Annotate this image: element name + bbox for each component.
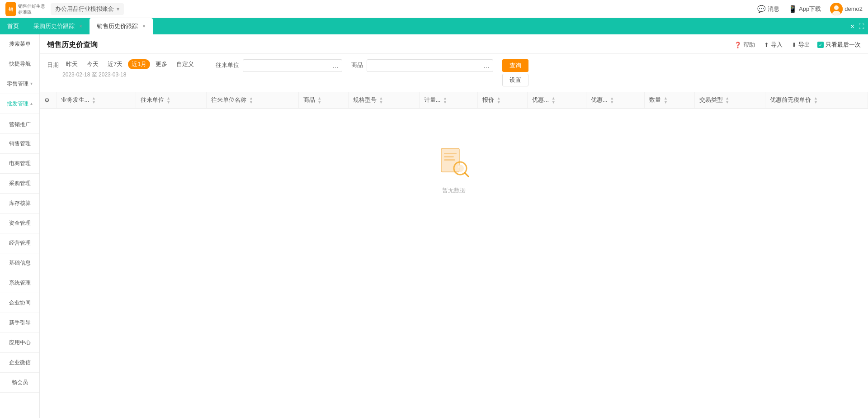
sort-partner-code-icon: ▲▼: [166, 96, 170, 104]
th-qty[interactable]: 数量 ▲▼: [645, 92, 694, 108]
tab-sales-label: 销售历史价跟踪: [97, 22, 138, 30]
app-download-icon: 📱: [788, 5, 797, 13]
query-button[interactable]: 查询: [502, 59, 528, 72]
top-bar: 销 销售佳好生意 标准版 办公用品行业模拟账套 ▾ 💬 消息 📱 App下载: [0, 0, 868, 18]
sidebar-item-vip[interactable]: 畅会员: [0, 373, 39, 393]
chevron-down-icon: ▾: [117, 6, 119, 12]
maximize-icon[interactable]: ⛶: [859, 23, 864, 30]
sort-discount2-icon: ▲▼: [610, 96, 614, 104]
th-gear[interactable]: ⚙: [40, 92, 56, 108]
goods-input[interactable]: ...: [367, 59, 493, 72]
date-tab-custom[interactable]: 自定义: [173, 59, 198, 69]
tab-home[interactable]: 首页: [0, 18, 26, 34]
date-filter-label: 日期: [47, 59, 59, 69]
user-profile[interactable]: demo2: [830, 3, 863, 15]
date-range-text: 2023-02-18 至 2023-03-18: [62, 71, 198, 79]
import-icon: ⬆: [764, 42, 769, 48]
sidebar-item-wholesale[interactable]: 批发管理 ▴: [0, 94, 39, 114]
export-button[interactable]: ⬇ 导出: [790, 40, 812, 50]
help-button[interactable]: ❓ 帮助: [732, 40, 757, 50]
goods-filter-group: 商品 ...: [351, 59, 493, 72]
top-right: 💬 消息 📱 App下载 demo2: [757, 3, 863, 15]
page-container: 销售历史价查询 ❓ 帮助 ⬆ 导入 ⬇ 导出 ✓: [40, 34, 868, 418]
sidebar-item-system[interactable]: 系统管理: [0, 273, 39, 293]
tab-sales-close-icon[interactable]: ×: [142, 23, 146, 29]
page-header: 销售历史价查询 ❓ 帮助 ⬆ 导入 ⬇ 导出 ✓: [40, 34, 868, 54]
tab-purchase-history[interactable]: 采购历史价跟踪 ×: [26, 18, 90, 34]
sidebar-item-wechat[interactable]: 企业微信: [0, 353, 39, 373]
th-discount1[interactable]: 优惠... ▲▼: [528, 92, 586, 108]
tab-home-label: 首页: [7, 22, 19, 30]
sidebar-item-retail[interactable]: 零售管理 ▾: [0, 74, 39, 94]
sidebar-item-app-center[interactable]: 应用中心: [0, 333, 39, 353]
data-table: ⚙ 业务发生... ▲▼ 往来单位 ▲▼ 往来单位名称: [40, 92, 868, 109]
settings-button[interactable]: 设置: [502, 74, 528, 86]
main-layout: 搜索菜单 快捷导航 零售管理 ▾ 批发管理 ▴ 营销推广 销售管理 电商管理 采: [0, 34, 868, 418]
date-filter-group: 日期 昨天 今天 近7天 近1月 更多 自定义 2023-02-18 至 202…: [47, 59, 198, 79]
app-download-button[interactable]: 📱 App下载: [788, 5, 821, 13]
sort-unit-icon: ▲▼: [443, 96, 447, 104]
th-quote[interactable]: 报价 ▲▼: [478, 92, 528, 108]
th-trade-type[interactable]: 交易类型 ▲▼: [694, 92, 765, 108]
svg-rect-8: [444, 159, 455, 161]
sidebar-item-search-menu[interactable]: 搜索菜单: [0, 34, 39, 54]
tab-sales-history[interactable]: 销售历史价跟踪 ×: [90, 18, 153, 34]
sidebar-item-inventory[interactable]: 库存核算: [0, 194, 39, 214]
checkbox-checked-icon: ✓: [817, 42, 824, 48]
page-actions: ❓ 帮助 ⬆ 导入 ⬇ 导出 ✓ 只看最后一次: [732, 40, 861, 50]
sort-discount1-icon: ▲▼: [552, 96, 556, 104]
sort-goods-icon: ▲▼: [317, 96, 321, 104]
partner-filter-group: 往来单位 ...: [216, 59, 342, 72]
date-tab-more[interactable]: 更多: [152, 59, 171, 69]
import-button[interactable]: ⬆ 导入: [762, 40, 784, 50]
date-tab-today[interactable]: 今天: [83, 59, 102, 69]
page-title: 销售历史价查询: [47, 40, 98, 50]
sidebar-item-basic[interactable]: 基础信息: [0, 253, 39, 273]
message-icon: 💬: [757, 5, 766, 13]
table-header-row: ⚙ 业务发生... ▲▼ 往来单位 ▲▼ 往来单位名称: [40, 92, 868, 108]
th-partner-name[interactable]: 往来单位名称 ▲▼: [207, 92, 298, 108]
date-tab-last7[interactable]: 近7天: [104, 59, 126, 69]
sidebar-item-guide[interactable]: 新手引导: [0, 313, 39, 333]
export-icon: ⬇: [792, 42, 797, 48]
message-button[interactable]: 💬 消息: [757, 5, 779, 13]
table-area: ⚙ 业务发生... ▲▼ 往来单位 ▲▼ 往来单位名称: [40, 92, 868, 231]
svg-point-12: [458, 166, 460, 168]
sidebar-item-purchase[interactable]: 采购管理: [0, 174, 39, 194]
app-selector-label: 办公用品行业模拟账套: [55, 5, 114, 13]
th-no-tax-price[interactable]: 优惠前无税单价 ▲▼: [765, 92, 868, 108]
empty-state-icon: [436, 145, 472, 181]
th-spec[interactable]: 规格型号 ▲▼: [348, 92, 419, 108]
sidebar-item-operations[interactable]: 经营管理: [0, 233, 39, 253]
th-goods[interactable]: 商品 ▲▼: [298, 92, 348, 108]
sidebar-item-marketing[interactable]: 营销推广: [0, 114, 39, 134]
sidebar-item-sales-mgmt[interactable]: 销售管理: [0, 134, 39, 154]
sort-quote-icon: ▲▼: [497, 96, 501, 104]
gear-icon: ⚙: [44, 97, 50, 104]
partner-input[interactable]: ...: [243, 59, 342, 72]
sort-qty-icon: ▲▼: [664, 96, 668, 104]
th-unit[interactable]: 计量... ▲▼: [419, 92, 478, 108]
svg-rect-7: [444, 156, 454, 157]
app-selector[interactable]: 办公用品行业模拟账套 ▾: [51, 3, 124, 15]
date-tab-last1m[interactable]: 近1月: [128, 59, 150, 69]
date-tabs: 昨天 今天 近7天 近1月 更多 自定义: [62, 59, 198, 69]
sort-no-tax-price-icon: ▲▼: [814, 96, 818, 104]
th-biz-date[interactable]: 业务发生... ▲▼: [56, 92, 136, 108]
sort-trade-type-icon: ▲▼: [725, 96, 729, 104]
svg-text:销: 销: [8, 7, 13, 12]
partner-dots-icon: ...: [332, 62, 338, 70]
sidebar-item-shortcuts[interactable]: 快捷导航: [0, 54, 39, 74]
date-tab-yesterday[interactable]: 昨天: [62, 59, 81, 69]
sidebar-item-enterprise[interactable]: 企业协同: [0, 293, 39, 313]
close-window-icon[interactable]: ✕: [850, 23, 855, 30]
only-last-checkbox[interactable]: ✓ 只看最后一次: [817, 41, 861, 49]
tab-purchase-close-icon[interactable]: ×: [79, 23, 82, 29]
svg-point-3: [834, 5, 839, 10]
avatar: [830, 3, 843, 15]
sidebar-item-finance[interactable]: 资金管理: [0, 214, 39, 233]
th-partner-code[interactable]: 往来单位 ▲▼: [136, 92, 207, 108]
tab-bar-right: ✕ ⛶: [850, 23, 868, 30]
sidebar-item-ecommerce[interactable]: 电商管理: [0, 154, 39, 174]
th-discount2[interactable]: 优惠... ▲▼: [586, 92, 645, 108]
